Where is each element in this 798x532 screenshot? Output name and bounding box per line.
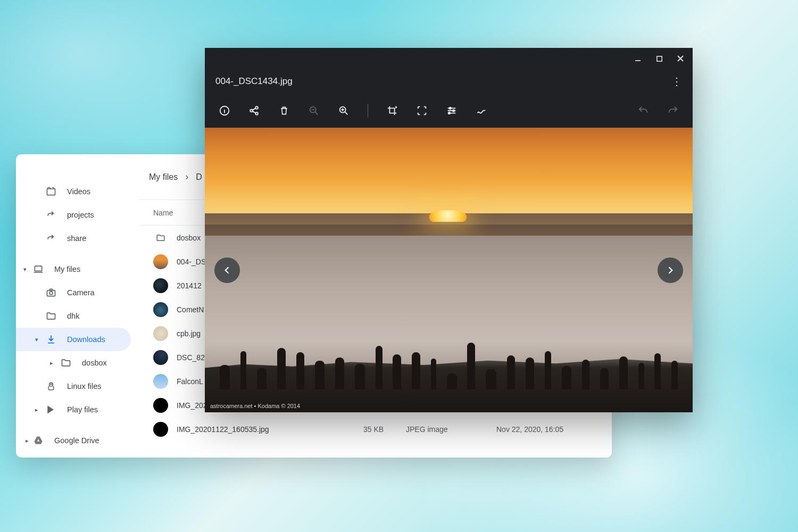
folder-icon [153, 230, 168, 245]
chevron-down-icon[interactable]: ▾ [23, 266, 29, 273]
viewer-filename: 004-_DSC1434.jpg [215, 76, 293, 87]
file-thumbnail [153, 326, 168, 341]
svg-point-16 [448, 112, 450, 114]
sidebar-item-linux-files[interactable]: Linux files [16, 375, 139, 398]
file-thumbnail [153, 374, 168, 389]
file-size: 35 KB [363, 425, 406, 434]
sidebar-item-play-files[interactable]: ▸ Play files [16, 398, 139, 421]
shortcut-icon [46, 210, 56, 220]
sidebar-label: Google Drive [54, 436, 99, 445]
sidebar-item-downloads[interactable]: ▾ Downloads [16, 328, 131, 351]
chevron-right-icon[interactable]: ▸ [35, 406, 40, 413]
photo-content: astrocamera.net • Kodama © 2014 [205, 128, 693, 412]
sidebar-label: My files [54, 265, 80, 273]
file-name: IMG_20201122_160535.jpg [177, 425, 363, 434]
svg-rect-7 [656, 56, 661, 61]
file-row[interactable]: IMG_20201122_160535.jpg35 KBJPEG imageNo… [139, 417, 612, 441]
sidebar-label: Play files [67, 405, 98, 414]
svg-point-6 [52, 384, 52, 385]
svg-rect-1 [35, 266, 41, 271]
redo-button[interactable] [667, 105, 679, 117]
file-thumbnail [153, 254, 168, 269]
maximize-button[interactable] [654, 54, 664, 63]
svg-rect-0 [47, 189, 55, 195]
chevron-right-icon: › [185, 171, 188, 182]
chevron-down-icon[interactable]: ▾ [35, 336, 40, 343]
viewer-stage[interactable]: astrocamera.net • Kodama © 2014 [205, 128, 693, 412]
sidebar-item-videos[interactable]: Videos [16, 180, 139, 203]
files-sidebar: ⋮⋮ Videos projects share ▾ My files [16, 154, 139, 458]
sidebar-item-dosbox[interactable]: ▸ dosbox [16, 351, 139, 375]
play-store-icon [46, 404, 56, 415]
sidebar-label: Linux files [67, 382, 101, 390]
close-button[interactable] [676, 54, 685, 63]
zoom-in-button[interactable] [338, 105, 350, 117]
next-image-button[interactable] [658, 257, 683, 283]
sidebar-label: dosbox [82, 359, 107, 367]
window-controls [205, 48, 693, 69]
svg-point-5 [50, 384, 51, 385]
sidebar-label: share [67, 234, 86, 243]
sidebar-item-share[interactable]: share [16, 227, 139, 250]
image-viewer-window: 004-_DSC1434.jpg ⋮ [205, 48, 693, 412]
sidebar-label: Videos [67, 187, 90, 196]
camera-icon [46, 287, 56, 298]
zoom-out-button[interactable] [308, 105, 320, 117]
folder-icon [61, 358, 71, 368]
viewer-header: 004-_DSC1434.jpg ⋮ [205, 69, 693, 94]
breadcrumb-root[interactable]: My files [149, 172, 178, 182]
folder-icon [46, 311, 56, 321]
file-thumbnail [153, 278, 168, 293]
svg-point-14 [450, 107, 451, 109]
toolbar-divider [368, 104, 368, 118]
resize-button[interactable] [416, 105, 428, 117]
videos-icon [46, 186, 56, 197]
sidebar-label: dhk [67, 312, 79, 320]
info-button[interactable] [219, 105, 230, 117]
svg-point-15 [453, 110, 454, 111]
crop-rotate-button[interactable] [386, 105, 398, 117]
more-options-button[interactable]: ⋮ [671, 75, 682, 88]
annotate-button[interactable] [476, 105, 487, 117]
photo-watermark: astrocamera.net • Kodama © 2014 [210, 403, 300, 409]
file-modified: Nov 22, 2020, 16:05 [496, 425, 563, 434]
file-thumbnail [153, 422, 168, 437]
linux-icon [46, 381, 56, 392]
desktop-wallpaper: ⋮⋮ Videos projects share ▾ My files [0, 0, 798, 532]
viewer-toolbar [205, 94, 693, 128]
sidebar-label: projects [67, 211, 94, 219]
sidebar-label: Downloads [67, 335, 105, 344]
undo-button[interactable] [637, 105, 649, 117]
svg-point-3 [49, 292, 53, 295]
file-type: JPEG image [406, 425, 496, 434]
sidebar-item-google-drive[interactable]: ▸ Google Drive [16, 429, 139, 452]
previous-image-button[interactable] [214, 257, 240, 283]
sidebar-label: Camera [67, 288, 95, 297]
adjust-button[interactable] [446, 105, 458, 117]
sidebar-item-my-files[interactable]: ▾ My files [16, 257, 139, 281]
google-drive-icon [33, 435, 44, 446]
file-thumbnail [153, 350, 168, 365]
sidebar-item-dhk[interactable]: dhk [16, 304, 139, 328]
file-thumbnail [153, 398, 168, 413]
shortcut-icon [46, 233, 56, 244]
sidebar-item-projects[interactable]: projects [16, 203, 139, 227]
chevron-right-icon[interactable]: ▸ [50, 360, 55, 367]
minimize-button[interactable] [633, 54, 643, 63]
share-button[interactable] [248, 105, 260, 117]
download-icon [46, 334, 56, 345]
file-thumbnail [153, 302, 168, 317]
breadcrumb-current[interactable]: D [196, 172, 202, 182]
delete-button[interactable] [278, 105, 290, 117]
sidebar-item-camera[interactable]: Camera [16, 281, 139, 304]
chevron-right-icon[interactable]: ▸ [26, 437, 31, 444]
laptop-icon [33, 264, 44, 275]
